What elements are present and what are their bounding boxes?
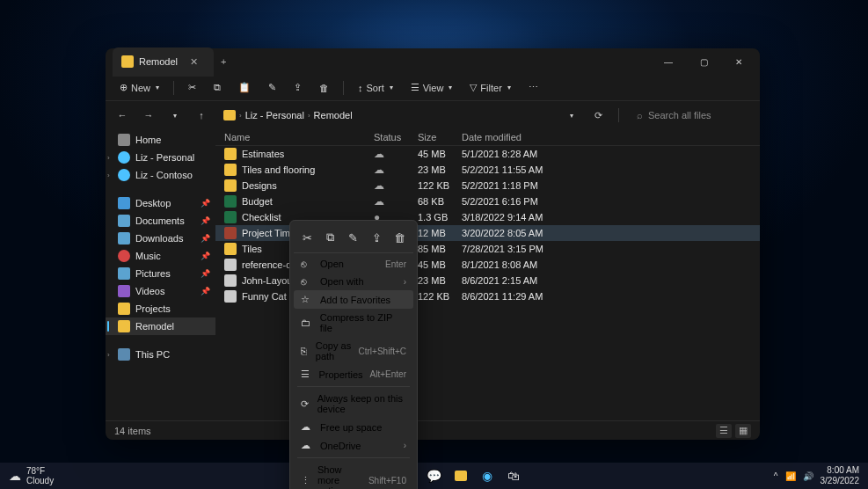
- ctx-properties[interactable]: ☰PropertiesAlt+Enter: [294, 365, 413, 383]
- sidebar-item-downloads[interactable]: Downloads📌: [106, 230, 215, 247]
- col-size[interactable]: Size: [418, 132, 462, 142]
- col-date[interactable]: Date modified: [462, 132, 751, 142]
- sidebar-item-desktop[interactable]: Desktop📌: [106, 194, 215, 212]
- file-size: 122 KB: [418, 180, 462, 191]
- wifi-icon[interactable]: 📶: [785, 471, 796, 481]
- more-button[interactable]: ⋯: [522, 78, 545, 97]
- details-view-icon[interactable]: ☰: [716, 424, 732, 438]
- close-button[interactable]: ✕: [721, 49, 756, 74]
- volume-icon[interactable]: 🔊: [803, 471, 813, 481]
- share-icon[interactable]: ⇪: [367, 228, 386, 247]
- cut-icon[interactable]: ✂: [297, 228, 317, 247]
- folder-icon: [223, 110, 236, 120]
- sidebar-item-liz---contoso[interactable]: ›Liz - Contoso: [106, 166, 215, 184]
- sidebar-item-this-pc[interactable]: ›This PC: [106, 346, 215, 363]
- file-row[interactable]: Estimates☁45 MB5/1/2021 8:28 AM: [215, 146, 760, 162]
- ctx-onedrive[interactable]: ☁OneDrive›: [294, 436, 413, 455]
- expand-icon[interactable]: ›: [107, 351, 110, 359]
- dropdown-button[interactable]: ▾: [562, 106, 581, 125]
- sidebar-item-documents[interactable]: Documents📌: [106, 212, 215, 230]
- ctx-shortcut: Ctrl+Shift+C: [359, 347, 406, 356]
- thumbnails-view-icon[interactable]: ▦: [735, 424, 751, 438]
- cut-button[interactable]: ✂: [181, 78, 203, 97]
- file-row[interactable]: Designs☁122 KB5/2/2021 1:18 PM: [215, 178, 760, 193]
- ctx-item-label: Free up space: [320, 422, 382, 433]
- sidebar-item-liz---personal[interactable]: ›Liz - Personal: [106, 149, 215, 166]
- copy-button[interactable]: ⧉: [207, 78, 228, 97]
- recent-button[interactable]: ▾: [165, 106, 185, 125]
- ctx-item-label: OneDrive: [320, 441, 361, 451]
- share-button[interactable]: ⇪: [287, 78, 309, 97]
- item-icon: [118, 197, 130, 209]
- search-placeholder: Search all files: [648, 110, 711, 120]
- file-name: John-Layout: [242, 275, 295, 286]
- col-status[interactable]: Status: [374, 132, 418, 142]
- ctx-always-keep-on-this-device[interactable]: ⟳Always keep on this device: [294, 390, 413, 418]
- minimize-button[interactable]: —: [651, 49, 686, 74]
- system-tray[interactable]: ^ 📶 🔊 8:00 AM 3/29/2022: [774, 465, 859, 486]
- delete-button[interactable]: 🗑: [312, 79, 336, 97]
- tab-remodel[interactable]: Remodel ✕: [113, 47, 214, 77]
- sidebar-item-projects[interactable]: Projects: [106, 300, 215, 317]
- ctx-open[interactable]: ⎋OpenEnter: [294, 255, 413, 273]
- ctx-item-icon: ☆: [301, 294, 313, 305]
- search-input[interactable]: ⌕ Search all files: [630, 106, 753, 124]
- file-row[interactable]: Tiles and flooring☁23 MB5/2/2021 11:55 A…: [215, 162, 760, 178]
- rename-button[interactable]: ✎: [261, 78, 283, 97]
- sidebar-item-label: Pictures: [135, 268, 171, 279]
- clock[interactable]: 8:00 AM 3/29/2022: [821, 465, 860, 486]
- new-tab-button[interactable]: +: [214, 53, 233, 70]
- copy-icon[interactable]: ⧉: [321, 228, 340, 247]
- ctx-show-more-options[interactable]: ⋮Show more optionsShift+F10: [294, 461, 413, 489]
- store-button[interactable]: 🛍: [502, 464, 525, 487]
- sidebar-item-remodel[interactable]: Remodel: [106, 317, 215, 335]
- up-button[interactable]: ↑: [192, 106, 211, 125]
- sort-button[interactable]: ↕ Sort▾: [351, 79, 400, 97]
- expand-icon[interactable]: ›: [107, 172, 110, 179]
- tray-chevron-icon[interactable]: ^: [774, 471, 778, 481]
- chat-button[interactable]: 💬: [423, 464, 446, 487]
- ctx-item-label: Always keep on this device: [317, 393, 406, 414]
- delete-icon[interactable]: 🗑: [390, 228, 410, 247]
- breadcrumb[interactable]: › Liz - Personal › Remodel: [218, 107, 555, 123]
- refresh-button[interactable]: ⟳: [588, 106, 608, 125]
- file-name: Designs: [242, 180, 277, 191]
- pin-icon: 📌: [201, 199, 210, 208]
- ctx-compress-to-zip-file[interactable]: 🗀Compress to ZIP file: [294, 309, 413, 337]
- file-date: 5/1/2021 8:28 AM: [462, 149, 751, 159]
- maximize-button[interactable]: ▢: [686, 49, 721, 74]
- ctx-item-label: Show more options: [317, 464, 361, 489]
- file-row[interactable]: Budget☁68 KB5/2/2021 6:16 PM: [215, 193, 760, 209]
- crumb-segment[interactable]: Liz - Personal: [245, 110, 304, 120]
- view-button[interactable]: ☰ View▾: [404, 78, 460, 97]
- rename-icon[interactable]: ✎: [344, 228, 363, 247]
- new-button[interactable]: ⊕ New▾: [113, 78, 166, 97]
- sidebar-item-pictures[interactable]: Pictures📌: [106, 265, 215, 282]
- sidebar-item-home[interactable]: Home: [106, 131, 215, 149]
- item-icon: [118, 215, 130, 227]
- forward-button[interactable]: →: [139, 106, 158, 125]
- file-icon: [224, 259, 237, 271]
- back-button[interactable]: ←: [113, 106, 132, 125]
- expand-icon[interactable]: ›: [107, 154, 110, 162]
- file-size: 1.3 GB: [418, 212, 462, 223]
- weather-widget[interactable]: ☁ 78°F Cloudy: [9, 466, 54, 485]
- file-icon: [224, 243, 237, 255]
- paste-button[interactable]: 📋: [231, 78, 258, 97]
- sidebar-item-videos[interactable]: Videos📌: [106, 282, 215, 300]
- sidebar-item-label: Home: [135, 135, 161, 145]
- file-icon: [224, 290, 237, 303]
- close-tab-icon[interactable]: ✕: [183, 53, 205, 71]
- ctx-free-up-space[interactable]: ☁Free up space: [294, 418, 413, 436]
- item-icon: [118, 250, 130, 262]
- ctx-item-icon: ☰: [301, 369, 311, 380]
- filter-button[interactable]: ▽ Filter▾: [463, 78, 517, 97]
- col-name[interactable]: Name: [224, 132, 374, 142]
- crumb-segment[interactable]: Remodel: [314, 110, 353, 120]
- ctx-copy-as-path[interactable]: ⎘Copy as pathCtrl+Shift+C: [294, 337, 413, 365]
- ctx-add-to-favorites[interactable]: ☆Add to Favorites: [294, 290, 413, 309]
- edge-button[interactable]: ◉: [476, 464, 499, 487]
- ctx-open-with[interactable]: ⎋Open with›: [294, 273, 413, 290]
- explorer-button[interactable]: [449, 464, 472, 487]
- sidebar-item-music[interactable]: Music📌: [106, 247, 215, 265]
